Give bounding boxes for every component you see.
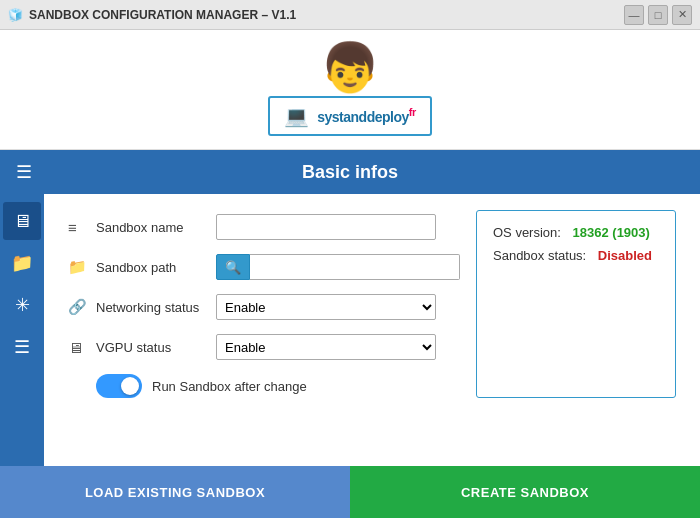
os-value: 18362 (1903)	[573, 225, 650, 240]
menu-icon[interactable]: ☰	[16, 161, 32, 183]
networking-select[interactable]: Enable Disable	[216, 294, 436, 320]
sandbox-name-control	[216, 214, 460, 240]
status-label: Sandbox status:	[493, 248, 586, 263]
minimize-button[interactable]: —	[624, 5, 644, 25]
title-bar-text: SANDBOX CONFIGURATION MANAGER – V1.1	[29, 8, 296, 22]
logo-text: systanddeployfr	[317, 106, 415, 125]
main-layout: 🖥 📁 ✳ ☰ ≡ Sandbox name 📁 Sandbox	[0, 194, 700, 466]
os-version-row: OS version: 18362 (1903)	[493, 225, 659, 240]
logo-icon: 💻	[284, 104, 309, 128]
logo-character: 👦	[320, 44, 380, 92]
content-with-panel: ≡ Sandbox name 📁 Sandbox path 🔍	[68, 214, 676, 398]
maximize-button[interactable]: □	[648, 5, 668, 25]
close-button[interactable]: ✕	[672, 5, 692, 25]
sidebar-item-list[interactable]: ☰	[3, 328, 41, 366]
sandbox-name-input[interactable]	[216, 214, 436, 240]
sidebar-item-monitor[interactable]: 🖥	[3, 202, 41, 240]
header-title: Basic infos	[302, 162, 398, 183]
browse-button[interactable]: 🔍	[216, 254, 250, 280]
vgpu-row: 🖥 VGPU status Enable Disable	[68, 334, 460, 360]
os-label: OS version:	[493, 225, 561, 240]
sandbox-path-icon: 📁	[68, 258, 92, 276]
load-sandbox-button[interactable]: LOAD EXISTING SANDBOX	[0, 466, 350, 518]
toggle-knob	[121, 377, 139, 395]
networking-label: Networking status	[96, 300, 216, 315]
sandbox-path-input[interactable]	[250, 254, 460, 280]
toggle-row: Run Sandbox after change	[96, 374, 460, 398]
content-area: ≡ Sandbox name 📁 Sandbox path 🔍	[44, 194, 700, 466]
status-value: Disabled	[598, 248, 652, 263]
vgpu-control: Enable Disable	[216, 334, 460, 360]
sandbox-name-label: Sandbox name	[96, 220, 216, 235]
logo-box: 💻 systanddeployfr	[268, 96, 431, 136]
path-input-wrapper: 🔍	[216, 254, 460, 280]
networking-icon: 🔗	[68, 298, 92, 316]
logo-area: 👦 💻 systanddeployfr	[0, 30, 700, 150]
title-bar: 🧊 SANDBOX CONFIGURATION MANAGER – V1.1 —…	[0, 0, 700, 30]
sandbox-path-label: Sandbox path	[96, 260, 216, 275]
vgpu-icon: 🖥	[68, 339, 92, 356]
vgpu-select[interactable]: Enable Disable	[216, 334, 436, 360]
form-section: ≡ Sandbox name 📁 Sandbox path 🔍	[68, 214, 460, 398]
info-panel: OS version: 18362 (1903) Sandbox status:…	[476, 210, 676, 398]
sidebar-item-asterisk[interactable]: ✳	[3, 286, 41, 324]
bottom-bar: LOAD EXISTING SANDBOX CREATE SANDBOX	[0, 466, 700, 518]
app-icon: 🧊	[8, 8, 23, 22]
vgpu-label: VGPU status	[96, 340, 216, 355]
sandbox-path-control: 🔍	[216, 254, 460, 280]
run-after-change-toggle[interactable]	[96, 374, 142, 398]
sandbox-name-row: ≡ Sandbox name	[68, 214, 460, 240]
networking-control: Enable Disable	[216, 294, 460, 320]
networking-row: 🔗 Networking status Enable Disable	[68, 294, 460, 320]
sandbox-name-icon: ≡	[68, 219, 92, 236]
sandbox-status-row: Sandbox status: Disabled	[493, 248, 659, 263]
sidebar: 🖥 📁 ✳ ☰	[0, 194, 44, 466]
header-bar: ☰ Basic infos	[0, 150, 700, 194]
sidebar-item-folder[interactable]: 📁	[3, 244, 41, 282]
sandbox-path-row: 📁 Sandbox path 🔍	[68, 254, 460, 280]
window-controls: — □ ✕	[624, 5, 692, 25]
create-sandbox-button[interactable]: CREATE SANDBOX	[350, 466, 700, 518]
toggle-label: Run Sandbox after change	[152, 379, 307, 394]
